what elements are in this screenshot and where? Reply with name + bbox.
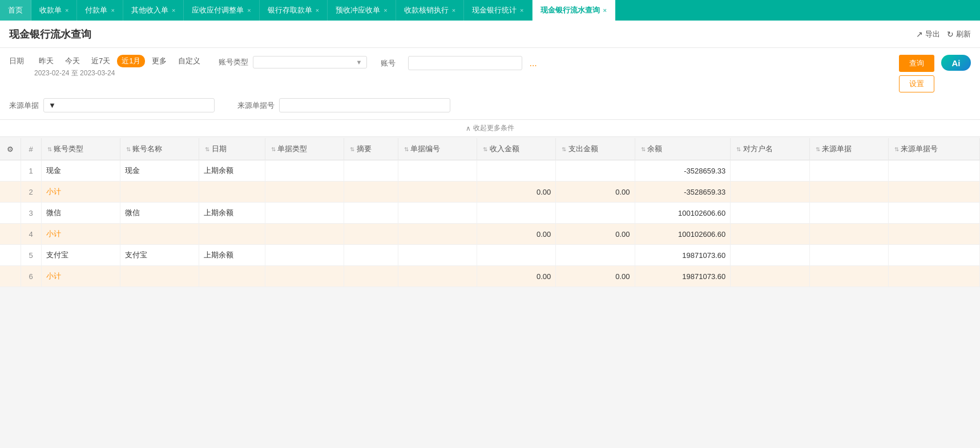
th-date[interactable]: ⇅ 日期	[199, 138, 265, 160]
cell-balance: -3528659.33	[635, 160, 731, 181]
tab-label: 收款核销执行	[404, 5, 449, 15]
table-row[interactable]: 1 现金 现金 上期余额 -3528659.33	[0, 160, 980, 181]
tab-label: 应收应付调整单	[192, 5, 244, 15]
cell-no: 3	[21, 203, 41, 224]
nav-tab-qitashouru[interactable]: 其他收入单 ×	[123, 0, 184, 21]
cell-source-doc-no	[888, 181, 979, 203]
cell-date: 上期余额	[199, 203, 265, 224]
cell-counterpart	[731, 266, 809, 287]
tab-label: 预收冲应收单	[336, 5, 380, 15]
source-doc-no-input[interactable]	[279, 98, 450, 112]
th-summary[interactable]: ⇅ 摘要	[344, 138, 398, 160]
sort-icon: ⇅	[641, 146, 646, 152]
cell-source-doc-no	[888, 203, 979, 224]
th-gear[interactable]: ⚙	[0, 138, 21, 160]
cell-balance: 100102606.60	[635, 224, 731, 245]
nav-tab-xianjintongji[interactable]: 现金银行统计 ×	[464, 0, 532, 21]
table-row[interactable]: 2 小计 0.00 0.00 -3528659.33	[0, 181, 980, 203]
cell-account-name	[120, 181, 199, 203]
nav-tab-fukuandan[interactable]: 付款单 ×	[77, 0, 123, 21]
close-icon[interactable]: ×	[603, 7, 607, 14]
th-source-doc[interactable]: ⇅ 来源单据	[809, 138, 888, 160]
sort-icon: ⇅	[816, 146, 820, 152]
tab-label: 银行存取款单	[268, 5, 312, 15]
account-input[interactable]	[408, 56, 522, 70]
cell-account-name: 支付宝	[120, 245, 199, 266]
cell-doc-type	[265, 224, 344, 245]
th-balance[interactable]: ⇅ 余额	[635, 138, 731, 160]
source-doc-select[interactable]: ▼	[43, 98, 215, 112]
date-opt-1month[interactable]: 近1月	[117, 55, 145, 67]
cell-balance: -3528659.33	[635, 181, 731, 203]
refresh-button[interactable]: ↻ 刷新	[947, 29, 971, 39]
close-icon[interactable]: ×	[65, 7, 68, 14]
cell-counterpart	[731, 224, 809, 245]
export-label: 导出	[925, 29, 940, 39]
nav-tab-yinhang[interactable]: 银行存取款单 ×	[260, 0, 328, 21]
cell-doc-no	[398, 160, 477, 181]
sort-icon: ⇅	[47, 146, 52, 152]
close-icon[interactable]: ×	[384, 7, 387, 14]
table-row[interactable]: 3 微信 微信 上期余额 100102606.60	[0, 203, 980, 224]
th-doc-no[interactable]: ⇅ 单据编号	[398, 138, 477, 160]
cell-doc-type	[265, 266, 344, 287]
cell-expense: 0.00	[556, 181, 635, 203]
account-type-select[interactable]: ▼	[253, 56, 367, 68]
close-icon[interactable]: ×	[247, 7, 251, 14]
date-opt-yesterday[interactable]: 昨天	[34, 55, 58, 67]
account-dots-button[interactable]: ...	[527, 58, 539, 68]
date-opt-today[interactable]: 今天	[61, 55, 84, 67]
sort-icon: ⇅	[736, 146, 741, 152]
cell-source-doc	[809, 245, 888, 266]
query-button[interactable]: 查询	[899, 55, 934, 72]
nav-tab-shoukuandan[interactable]: 收款单 ×	[31, 0, 77, 21]
ai-badge[interactable]: Ai	[941, 55, 971, 71]
date-opt-7days[interactable]: 近7天	[87, 55, 115, 67]
date-opt-custom[interactable]: 自定义	[174, 55, 205, 67]
th-doc-type[interactable]: ⇅ 单据类型	[265, 138, 344, 160]
home-label: 首页	[8, 5, 23, 15]
table-row[interactable]: 6 小计 0.00 0.00 19871073.60	[0, 266, 980, 287]
date-range: 2023-02-24 至 2023-03-24	[34, 68, 205, 78]
th-expense[interactable]: ⇅ 支出金额	[556, 138, 635, 160]
collapse-bar[interactable]: ∧ 收起更多条件	[0, 120, 980, 137]
close-icon[interactable]: ×	[520, 7, 523, 14]
cell-expense	[556, 160, 635, 181]
cell-counterpart	[731, 181, 809, 203]
settings-button[interactable]: 设置	[899, 75, 934, 92]
th-counterpart[interactable]: ⇅ 对方户名	[731, 138, 809, 160]
nav-tab-yushou[interactable]: 预收冲应收单 ×	[328, 0, 396, 21]
cell-gear	[0, 203, 21, 224]
date-opt-more[interactable]: 更多	[147, 55, 171, 67]
cell-income: 0.00	[477, 181, 555, 203]
export-button[interactable]: ↗ 导出	[916, 29, 940, 39]
close-icon[interactable]: ×	[316, 7, 319, 14]
th-account-name[interactable]: ⇅ 账号名称	[120, 138, 199, 160]
nav-tab-liushuichaxun[interactable]: 现金银行流水查询 ×	[533, 0, 615, 21]
th-income[interactable]: ⇅ 收入金额	[477, 138, 555, 160]
close-icon[interactable]: ×	[452, 7, 455, 14]
nav-home[interactable]: 首页	[0, 0, 31, 21]
ai-label: Ai	[952, 58, 961, 68]
cell-source-doc-no	[888, 266, 979, 287]
cell-income	[477, 160, 555, 181]
account-type-label: 账号类型	[219, 57, 248, 67]
close-icon[interactable]: ×	[111, 7, 114, 14]
source-row: 来源单据 ▼ 来源单据号	[9, 98, 934, 112]
nav-tab-shoukuanhexiao[interactable]: 收款核销执行 ×	[396, 0, 464, 21]
table-row[interactable]: 5 支付宝 支付宝 上期余额 19871073.60	[0, 245, 980, 266]
cell-doc-type	[265, 203, 344, 224]
cell-gear	[0, 160, 21, 181]
cell-source-doc	[809, 224, 888, 245]
close-icon[interactable]: ×	[172, 7, 175, 14]
page-header: 现金银行流水查询 ↗ 导出 ↻ 刷新	[0, 21, 980, 48]
th-account-type[interactable]: ⇅ 账号类型	[41, 138, 120, 160]
source-doc-group: 来源单据 ▼	[9, 98, 215, 112]
cell-expense: 0.00	[556, 224, 635, 245]
nav-tab-yingshou[interactable]: 应收应付调整单 ×	[184, 0, 259, 21]
th-source-doc-no[interactable]: ⇅ 来源单据号	[888, 138, 979, 160]
cell-doc-no	[398, 224, 477, 245]
tab-label: 现金银行流水查询	[541, 5, 600, 15]
table-row[interactable]: 4 小计 0.00 0.00 100102606.60	[0, 224, 980, 245]
chevron-down-icon: ▼	[49, 101, 56, 110]
